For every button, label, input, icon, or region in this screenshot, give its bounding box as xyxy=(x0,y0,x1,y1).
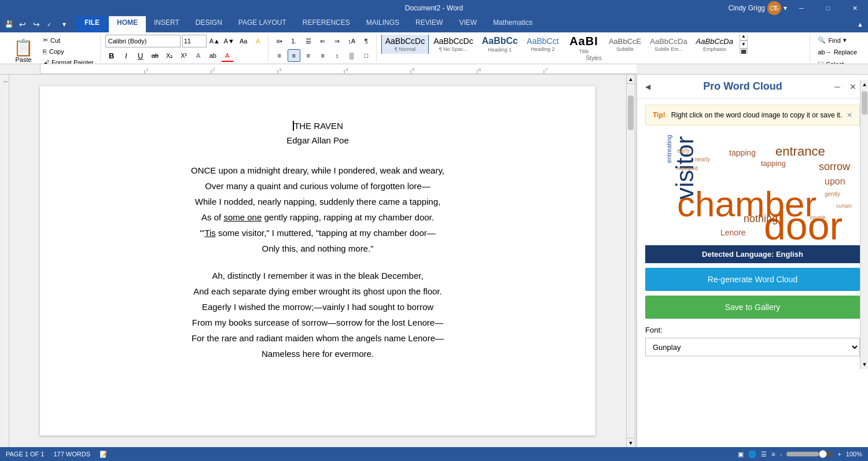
redo-button[interactable]: ↪ xyxy=(30,18,43,31)
tab-mailings[interactable]: MAILINGS xyxy=(358,14,407,32)
view-print-button[interactable]: ▣ xyxy=(738,451,744,458)
panel-scroll-down[interactable]: ▼ xyxy=(860,360,868,369)
borders-button[interactable]: □ xyxy=(360,49,373,62)
scroll-down-button[interactable]: ▼ xyxy=(627,438,635,447)
view-web-button[interactable]: 🌐 xyxy=(748,451,756,458)
font-color-button[interactable]: A xyxy=(221,49,234,62)
word-cloud-image-area[interactable]: chamber door entrance sorrow tapping tap… xyxy=(637,132,868,245)
bold-button[interactable]: B xyxy=(105,49,118,62)
tab-file[interactable]: FILE xyxy=(75,14,109,32)
restore-button[interactable]: □ xyxy=(815,0,841,16)
wc-nothing: nothing xyxy=(744,213,778,224)
clear-formatting-button[interactable]: A xyxy=(252,35,264,47)
font-name-input[interactable] xyxy=(105,35,181,47)
font-select[interactable]: Gunplay Arial Impact xyxy=(645,338,860,356)
find-button[interactable]: 🔍 Find ▾ xyxy=(815,35,849,46)
styles-scroll-down[interactable]: ▼ xyxy=(740,40,748,49)
styles-expand[interactable]: ⬛ xyxy=(740,49,748,54)
tab-home[interactable]: HOME xyxy=(109,14,146,32)
superscript-button[interactable]: X² xyxy=(178,49,190,62)
font-size-input[interactable] xyxy=(182,35,207,47)
panel-scroll-thumb[interactable] xyxy=(862,91,867,115)
svg-text:4: 4 xyxy=(345,67,348,72)
style-subtle-emphasis[interactable]: AaBbCcDa Subtle Em... xyxy=(646,35,691,54)
scroll-up-button[interactable]: ▲ xyxy=(627,75,635,84)
style-heading2[interactable]: AaBbCct Heading 2 xyxy=(523,35,563,54)
replace-button[interactable]: ab→ Replace xyxy=(815,47,860,57)
panel-scrollbar[interactable]: ▲ ▼ xyxy=(860,80,868,369)
tab-review[interactable]: REVIEW xyxy=(407,14,451,32)
document-title-text: THE RAVEN xyxy=(109,121,526,131)
increase-font-button[interactable]: A▲ xyxy=(208,35,221,47)
tip-close-button[interactable]: ✕ xyxy=(847,111,852,119)
view-outline-button[interactable]: ☰ xyxy=(761,451,767,458)
document-page[interactable]: THE RAVEN Edgar Allan Poe ONCE upon a mi… xyxy=(40,86,595,436)
view-draft-button[interactable]: ≡ xyxy=(771,451,775,458)
scroll-thumb[interactable] xyxy=(628,95,634,130)
style-heading1[interactable]: AaBbCc Heading 1 xyxy=(478,35,522,54)
strikethrough-button[interactable]: ab xyxy=(149,49,161,62)
document-scroll-area[interactable]: THE RAVEN Edgar Allan Poe ONCE upon a mi… xyxy=(9,75,626,447)
vertical-ruler: 1 2 3 4 5 xyxy=(0,75,9,447)
paste-button[interactable]: 📋 Paste xyxy=(8,38,39,65)
minimize-button[interactable]: ─ xyxy=(788,0,815,16)
help-button[interactable]: ? xyxy=(762,0,788,16)
align-right-button[interactable]: ≡ xyxy=(302,49,315,62)
window-controls[interactable]: ? ─ □ ✕ xyxy=(762,0,868,16)
increase-indent-button[interactable]: ⇒ xyxy=(331,35,344,47)
tab-insert[interactable]: INSERT xyxy=(146,14,187,32)
shading-button[interactable]: ▒ xyxy=(345,49,358,62)
select-button[interactable]: ⬚ Select - xyxy=(815,58,850,64)
style-subtitle[interactable]: AaBbCcE Subtitle xyxy=(605,35,645,54)
panel-scroll-up[interactable]: ▲ xyxy=(860,80,868,89)
title-bar: Document2 - Word Cindy Grigg CG ▾ ? ─ □ … xyxy=(0,0,868,16)
panel-collapse-left[interactable]: ◀ xyxy=(645,83,654,91)
format-painter-button[interactable]: 🖌 Format Painter xyxy=(40,57,97,64)
italic-button[interactable]: I xyxy=(120,49,133,62)
cut-button[interactable]: ✂ Cut xyxy=(40,35,97,46)
numbering-button[interactable]: 1. xyxy=(288,35,300,47)
align-left-button[interactable]: ≡ xyxy=(273,49,286,62)
wc-sorrow: sorrow xyxy=(819,161,851,172)
style-no-spacing[interactable]: AaBbCcDc ¶ No Spac... xyxy=(429,35,477,54)
zoom-in-button[interactable]: + xyxy=(837,451,841,458)
style-title[interactable]: AaBI Title xyxy=(564,35,604,54)
spelling-button[interactable]: ✓ xyxy=(44,18,57,31)
show-formatting-button[interactable]: ¶ xyxy=(360,35,373,47)
tab-design[interactable]: DESIGN xyxy=(187,14,230,32)
underline-button[interactable]: U xyxy=(134,49,147,62)
align-center-button[interactable]: ≡ xyxy=(288,49,300,62)
text-effects-button[interactable]: A xyxy=(192,49,205,62)
sort-button[interactable]: ↕A xyxy=(345,35,358,47)
undo-button[interactable]: ↩ xyxy=(16,18,29,31)
style-normal[interactable]: AaBbCcDc ¶ Normal xyxy=(381,35,429,54)
tab-references[interactable]: REFERENCES xyxy=(295,14,358,32)
change-case-button[interactable]: Aa xyxy=(237,35,250,47)
zoom-slider-thumb[interactable] xyxy=(819,450,827,458)
qat-dropdown[interactable]: ▾ xyxy=(58,18,71,31)
zoom-slider[interactable] xyxy=(786,452,833,456)
decrease-indent-button[interactable]: ⇐ xyxy=(317,35,329,47)
save-gallery-button[interactable]: Save to Gallery xyxy=(645,296,860,319)
document-scrollbar[interactable]: ▲ ▼ xyxy=(626,75,634,447)
tab-view[interactable]: VIEW xyxy=(451,14,485,32)
panel-minimize-button[interactable]: ─ xyxy=(831,81,844,93)
zoom-out-button[interactable]: - xyxy=(780,451,782,458)
regenerate-button[interactable]: Re-generate Word Cloud xyxy=(645,268,860,291)
subscript-button[interactable]: X₂ xyxy=(163,49,176,62)
panel-close-button[interactable]: ✕ xyxy=(846,81,860,93)
tab-pagelayout[interactable]: PAGE LAYOUT xyxy=(230,14,295,32)
ribbon-collapse-button[interactable]: ▲ xyxy=(852,21,868,28)
style-emphasis[interactable]: AaBbCcDa Emphasis xyxy=(692,35,737,54)
tab-mathematics[interactable]: Mathematics xyxy=(485,14,540,32)
bullets-button[interactable]: ≡• xyxy=(273,35,286,47)
justify-button[interactable]: ≡ xyxy=(317,49,329,62)
line-spacing-button[interactable]: ↕ xyxy=(331,49,344,62)
decrease-font-button[interactable]: A▼ xyxy=(223,35,236,47)
styles-scroll-up[interactable]: ▲ xyxy=(740,35,748,40)
close-button[interactable]: ✕ xyxy=(841,0,868,16)
multilevel-list-button[interactable]: ☰ xyxy=(302,35,315,47)
copy-button[interactable]: ⎘ Copy xyxy=(40,46,97,57)
save-qat-button[interactable]: 💾 xyxy=(2,18,15,31)
highlight-button[interactable]: ab xyxy=(207,49,219,62)
